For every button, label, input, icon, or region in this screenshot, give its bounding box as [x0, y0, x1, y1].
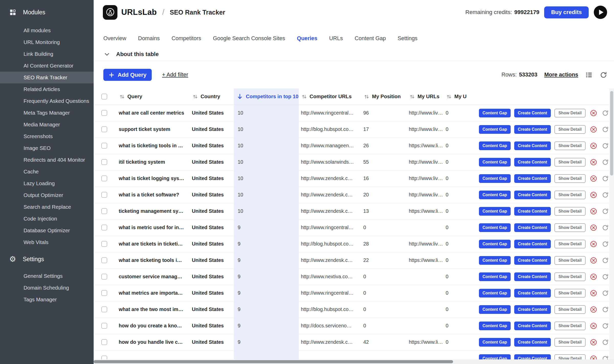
reload-icon[interactable]	[601, 289, 609, 297]
remove-circle-icon[interactable]	[590, 322, 597, 330]
tab-urls[interactable]: URLs	[323, 35, 349, 42]
create-content-button[interactable]: Create Content	[514, 158, 551, 167]
create-content-button[interactable]: Create Content	[514, 338, 551, 347]
remove-circle-icon[interactable]	[590, 240, 597, 248]
sidebar-item-code-injection[interactable]: Code Injection	[0, 213, 94, 225]
show-detail-button[interactable]: Show Detail	[554, 272, 586, 281]
sidebar-item-redirects-and-404-monitor[interactable]: Redirects and 404 Monitor	[0, 154, 94, 166]
row-checkbox[interactable]	[101, 126, 107, 132]
sidebar-item-related-articles[interactable]: Related Articles	[0, 83, 94, 95]
content-gap-button[interactable]: Content Gap	[479, 305, 511, 314]
show-detail-button[interactable]: Show Detail	[554, 141, 586, 150]
column-header-query[interactable]: Query	[117, 89, 190, 105]
show-detail-button[interactable]: Show Detail	[554, 305, 586, 314]
remove-circle-icon[interactable]	[590, 289, 597, 297]
remove-circle-icon[interactable]	[590, 142, 597, 150]
row-checkbox[interactable]	[101, 225, 107, 230]
reload-icon[interactable]	[601, 306, 609, 313]
create-content-button[interactable]: Create Content	[514, 141, 551, 150]
remove-circle-icon[interactable]	[590, 191, 597, 199]
sidebar-item-search-and-replace[interactable]: Search and Replace	[0, 201, 94, 213]
show-detail-button[interactable]: Show Detail	[554, 240, 586, 248]
reload-icon[interactable]	[601, 338, 609, 346]
row-checkbox[interactable]	[101, 323, 107, 329]
create-content-button[interactable]: Create Content	[514, 223, 551, 232]
row-checkbox[interactable]	[101, 192, 107, 198]
show-detail-button[interactable]: Show Detail	[554, 289, 586, 297]
reload-icon[interactable]	[601, 224, 609, 231]
remove-circle-icon[interactable]	[590, 224, 597, 231]
sidebar-modules-header[interactable]: Modules	[0, 0, 94, 25]
show-detail-button[interactable]: Show Detail	[554, 174, 586, 183]
row-checkbox[interactable]	[101, 290, 107, 296]
about-this-table-toggle[interactable]: About this table	[94, 47, 614, 61]
remove-circle-icon[interactable]	[590, 109, 597, 117]
sidebar-item-web-vitals[interactable]: Web Vitals	[0, 236, 94, 248]
create-content-button[interactable]: Create Content	[514, 240, 551, 248]
show-detail-button[interactable]: Show Detail	[554, 223, 586, 232]
list-columns-icon[interactable]	[585, 71, 593, 79]
remove-circle-icon[interactable]	[590, 207, 597, 215]
reload-icon[interactable]	[601, 240, 609, 248]
show-detail-button[interactable]: Show Detail	[554, 207, 586, 216]
select-all-checkbox[interactable]	[101, 94, 107, 100]
show-detail-button[interactable]: Show Detail	[554, 338, 586, 347]
buy-credits-button[interactable]: Buy credits	[544, 6, 589, 18]
create-content-button[interactable]: Create Content	[514, 109, 551, 117]
urlslab-logo[interactable]	[103, 5, 117, 20]
create-content-button[interactable]: Create Content	[514, 256, 551, 265]
content-gap-button[interactable]: Content Gap	[479, 240, 511, 248]
sidebar-item-frequently-asked-questions[interactable]: Frequently Asked Questions	[0, 95, 94, 107]
row-checkbox[interactable]	[101, 175, 107, 181]
remove-circle-icon[interactable]	[590, 126, 597, 133]
column-header-competitors-in-top-10[interactable]: Competitors in top 10	[234, 89, 299, 105]
sidebar-item-screenshots[interactable]: Screenshots	[0, 130, 94, 142]
add-filter-link[interactable]: + Add filter	[162, 72, 188, 78]
horizontal-scrollbar[interactable]	[94, 359, 614, 364]
sidebar-item-general-settings[interactable]: General Settings	[0, 270, 94, 282]
content-gap-button[interactable]: Content Gap	[479, 141, 511, 150]
sidebar-item-meta-tags-manager[interactable]: Meta Tags Manager	[0, 107, 94, 119]
row-checkbox[interactable]	[101, 143, 107, 149]
sidebar-settings-header[interactable]: ⚙ Settings	[0, 248, 94, 270]
row-checkbox[interactable]	[101, 241, 107, 247]
content-gap-button[interactable]: Content Gap	[479, 354, 511, 360]
sidebar-item-tags-manager[interactable]: Tags Manager	[0, 294, 94, 305]
remove-circle-icon[interactable]	[590, 257, 597, 264]
column-header-my-urls[interactable]: My URLs	[407, 89, 444, 105]
show-detail-button[interactable]: Show Detail	[554, 125, 586, 134]
content-gap-button[interactable]: Content Gap	[479, 289, 511, 297]
reload-icon[interactable]	[601, 175, 609, 182]
sidebar-item-cache[interactable]: Cache	[0, 166, 94, 178]
reload-icon[interactable]	[601, 142, 609, 150]
reload-icon[interactable]	[601, 273, 609, 281]
tab-google-search-console-sites[interactable]: Google Search Console Sites	[207, 35, 291, 42]
tab-settings[interactable]: Settings	[392, 35, 423, 42]
row-checkbox[interactable]	[101, 110, 107, 116]
show-detail-button[interactable]: Show Detail	[554, 354, 586, 360]
remove-circle-icon[interactable]	[590, 273, 597, 281]
content-gap-button[interactable]: Content Gap	[479, 223, 511, 232]
play-button[interactable]	[594, 5, 607, 19]
remove-circle-icon[interactable]	[590, 355, 597, 360]
row-checkbox[interactable]	[101, 159, 107, 165]
show-detail-button[interactable]: Show Detail	[554, 322, 586, 330]
reload-icon[interactable]	[601, 109, 609, 117]
remove-circle-icon[interactable]	[590, 175, 597, 182]
content-gap-button[interactable]: Content Gap	[479, 125, 511, 134]
reload-icon[interactable]	[601, 322, 609, 330]
remove-circle-icon[interactable]	[590, 158, 597, 166]
reload-icon[interactable]	[601, 207, 609, 215]
remove-circle-icon[interactable]	[590, 306, 597, 313]
column-header-my-position[interactable]: My Position	[361, 89, 407, 105]
content-gap-button[interactable]: Content Gap	[479, 272, 511, 281]
sidebar-item-all-modules[interactable]: All modules	[0, 25, 94, 36]
content-gap-button[interactable]: Content Gap	[479, 158, 511, 167]
sidebar-item-output-optimizer[interactable]: Output Optimizer	[0, 189, 94, 201]
content-gap-button[interactable]: Content Gap	[479, 174, 511, 183]
show-detail-button[interactable]: Show Detail	[554, 158, 586, 167]
create-content-button[interactable]: Create Content	[514, 272, 551, 281]
refresh-icon[interactable]	[600, 71, 607, 79]
reload-icon[interactable]	[601, 191, 609, 199]
sidebar-item-media-manager[interactable]: Media Manager	[0, 119, 94, 130]
